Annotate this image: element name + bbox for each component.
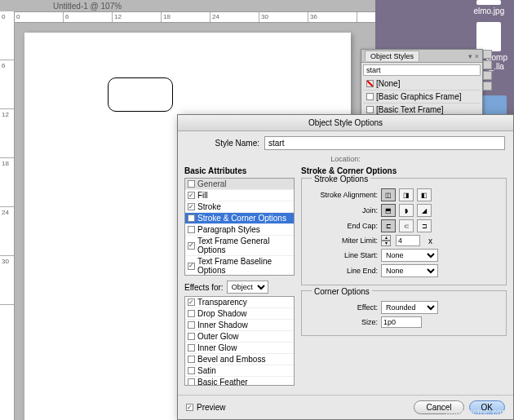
- desktop-file-elmo[interactable]: elmo.jpg: [471, 0, 507, 15]
- attr-row[interactable]: Fill: [185, 190, 294, 201]
- join-bevel-icon[interactable]: ◢: [417, 204, 432, 217]
- panel-side-btn[interactable]: [483, 82, 492, 91]
- corner-effect-select[interactable]: Rounded: [381, 301, 438, 314]
- preview-label: Preview: [197, 403, 226, 412]
- corner-size-input[interactable]: [381, 316, 422, 328]
- checkbox-icon[interactable]: [188, 310, 195, 317]
- basic-attributes-list[interactable]: GeneralFillStrokeStroke & Corner Options…: [184, 178, 295, 276]
- panel-side-btn[interactable]: [483, 60, 492, 69]
- checkbox-icon[interactable]: [188, 321, 195, 329]
- align-outside-icon[interactable]: ◧: [417, 188, 432, 201]
- effect-row[interactable]: Satin: [185, 365, 294, 377]
- effects-for-label: Effects for:: [184, 283, 224, 292]
- checkbox-icon[interactable]: [188, 226, 195, 233]
- miter-x-label: x: [428, 237, 432, 245]
- corner-effect-label: Effect:: [308, 303, 378, 312]
- line-end-select[interactable]: None: [381, 264, 438, 277]
- line-start-label: Line Start:: [308, 251, 378, 259]
- ruler-vertical: 0612182430: [0, 11, 15, 420]
- line-end-label: Line End:: [308, 267, 378, 275]
- effect-row[interactable]: Basic Feather: [185, 377, 294, 386]
- cap-butt-icon[interactable]: ⊏: [381, 219, 396, 232]
- miter-stepper[interactable]: ▴▾: [381, 235, 391, 246]
- dialog-title: Object Style Options: [178, 115, 513, 131]
- miter-limit-input[interactable]: [396, 235, 420, 246]
- miter-limit-label: Miter Limit:: [308, 237, 378, 245]
- checkbox-icon[interactable]: [188, 298, 195, 306]
- checkbox-icon[interactable]: [188, 356, 195, 363]
- basic-attributes-header: Basic Attributes: [184, 166, 295, 175]
- object-style-options-dialog: Object Style Options Style Name: Locatio…: [177, 114, 514, 420]
- attr-row[interactable]: Stroke: [185, 201, 294, 213]
- swatch-icon: [366, 106, 374, 113]
- effects-list[interactable]: TransparencyDrop ShadowInner ShadowOuter…: [184, 296, 295, 386]
- style-row-none[interactable]: [None]: [363, 77, 481, 91]
- effect-row[interactable]: Inner Shadow: [185, 320, 294, 331]
- attr-row[interactable]: Paragraph Styles: [185, 224, 294, 236]
- panel-menu-icon[interactable]: ▾ ×: [468, 52, 479, 60]
- line-start-select[interactable]: None: [381, 249, 438, 262]
- panel-side-buttons: [483, 50, 494, 91]
- checkbox-icon[interactable]: [188, 203, 195, 210]
- corner-size-label: Size:: [308, 318, 378, 326]
- preview-checkbox[interactable]: [186, 404, 193, 411]
- attr-row[interactable]: Text Frame Baseline Options: [185, 256, 294, 276]
- stroke-options-group: Stroke Options Stroke Alignment: ◫ ◨ ◧ J…: [301, 178, 507, 285]
- panel-filter-field[interactable]: start: [363, 64, 481, 76]
- image-file-icon: [476, 0, 501, 5]
- endcap-label: End Cap:: [308, 222, 378, 230]
- style-name-label: Style Name:: [186, 139, 259, 148]
- watermark: 365electric.com: [445, 408, 509, 417]
- checkbox-icon[interactable]: [188, 242, 195, 250]
- join-miter-icon[interactable]: ⬒: [381, 204, 396, 217]
- rounded-rectangle-object[interactable]: [108, 77, 173, 112]
- join-label: Join:: [308, 206, 378, 214]
- style-name-input[interactable]: [264, 136, 505, 150]
- attr-row[interactable]: General: [185, 179, 294, 190]
- effect-row[interactable]: Outer Glow: [185, 331, 294, 343]
- checkbox-icon[interactable]: [188, 263, 195, 270]
- swatch-icon: [366, 93, 374, 100]
- cap-round-icon[interactable]: ⊂: [399, 219, 414, 232]
- checkbox-icon[interactable]: [188, 378, 195, 386]
- cap-project-icon[interactable]: ⊐: [417, 219, 432, 232]
- stroke-alignment-label: Stroke Alignment:: [308, 191, 378, 199]
- checkbox-icon[interactable]: [188, 344, 195, 351]
- align-center-icon[interactable]: ◫: [381, 188, 396, 201]
- align-inside-icon[interactable]: ◨: [399, 188, 414, 201]
- effect-row[interactable]: Drop Shadow: [185, 308, 294, 320]
- panel-side-btn[interactable]: [483, 71, 492, 80]
- effects-for-select[interactable]: Object: [227, 281, 268, 294]
- checkbox-icon[interactable]: [188, 180, 195, 188]
- effect-row[interactable]: Bevel and Emboss: [185, 354, 294, 365]
- checkbox-icon[interactable]: [188, 192, 195, 199]
- document-title: Untitled-1 @ 107%: [53, 2, 122, 11]
- effect-row[interactable]: Inner Glow: [185, 343, 294, 354]
- document-file-icon: [476, 22, 501, 51]
- effect-row[interactable]: Transparency: [185, 297, 294, 308]
- attr-row[interactable]: Stroke & Corner Options: [185, 213, 294, 224]
- panel-side-btn[interactable]: [483, 50, 492, 59]
- style-row-graphics[interactable]: [Basic Graphics Frame]: [363, 91, 481, 104]
- corner-options-group: Corner Options Effect: Rounded Size:: [301, 290, 507, 336]
- none-swatch-icon: [366, 80, 374, 87]
- location-label: Location:: [178, 155, 513, 166]
- attr-row[interactable]: Text Frame General Options: [185, 236, 294, 256]
- join-round-icon[interactable]: ◗: [399, 204, 414, 217]
- panel-tab-object-styles[interactable]: Object Styles: [365, 51, 419, 61]
- checkbox-icon[interactable]: [188, 214, 195, 222]
- checkbox-icon[interactable]: [188, 367, 195, 374]
- ruler-horizontal: 061218243036: [15, 11, 375, 23]
- checkbox-icon[interactable]: [188, 333, 195, 340]
